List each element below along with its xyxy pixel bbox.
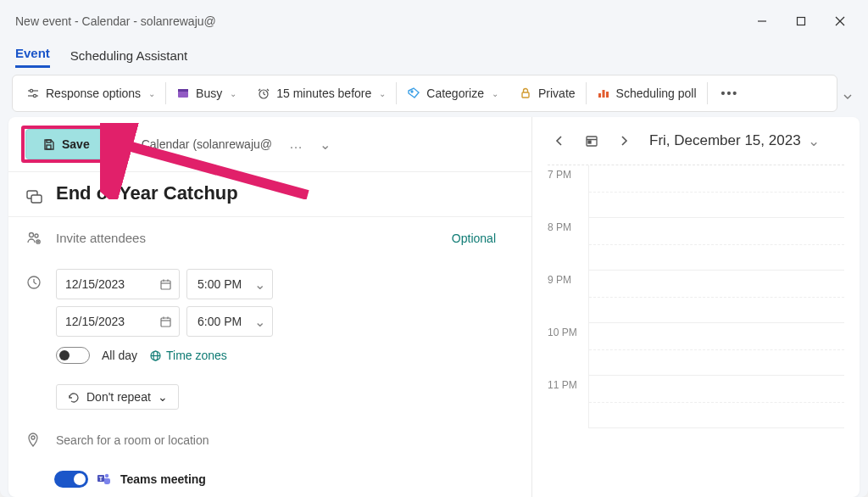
scheduling-poll-button[interactable]: Scheduling poll [587,75,707,111]
categorize-label: Categorize [426,87,484,100]
location-input[interactable] [56,430,515,450]
content: Save Calendar (solanrewaju@ … ⌄ Optional [8,117,860,497]
calendar-selector-chevron[interactable]: ⌄ [320,137,331,153]
categorize-button[interactable]: Categorize ⌄ [397,75,509,111]
next-day-button[interactable] [612,129,636,153]
tab-event[interactable]: Event [15,42,50,68]
end-date-input[interactable] [56,306,180,337]
chevron-down-icon: ⌄ [158,390,168,404]
save-icon [42,137,55,151]
title-icon [25,187,44,206]
svg-point-23 [35,234,38,237]
start-time-value[interactable] [198,277,254,291]
start-date-value[interactable] [65,277,159,291]
svg-rect-34 [161,318,170,327]
response-options-label: Response options [46,87,141,100]
datetime-row: ⌄ ⌄ All [8,259,531,374]
lock-icon [519,87,532,100]
maximize-button[interactable] [782,4,821,38]
chevron-down-icon[interactable]: ⌄ [254,314,265,330]
svg-rect-18 [47,140,51,142]
title-row [8,172,531,216]
today-button[interactable] [580,129,604,153]
response-options-button[interactable]: Response options ⌄ [16,75,165,111]
svg-line-29 [34,282,36,284]
tab-scheduling-assistant[interactable]: Scheduling Assistant [70,45,187,68]
svg-point-22 [30,232,34,237]
toolbar-expand-button[interactable] [837,83,856,103]
time-cell[interactable] [588,376,844,428]
chevron-down-icon: ⌄ [230,89,236,98]
end-time-input[interactable]: ⌄ [186,306,273,337]
save-button[interactable]: Save [25,129,106,159]
close-button[interactable] [821,4,860,38]
minimize-button[interactable] [743,4,782,38]
end-datetime: ⌄ [56,306,515,337]
svg-text:T: T [99,476,103,482]
start-datetime: ⌄ [56,269,515,299]
busy-icon [176,87,190,100]
datetime-fields: ⌄ ⌄ All [56,269,515,364]
time-row: 9 PM [548,271,844,323]
window: New event - Calendar - solanrewaju@ Even… [0,0,868,497]
repeat-selector[interactable]: Don't repeat ⌄ [56,384,179,410]
svg-rect-1 [798,18,805,25]
chevron-down-icon[interactable]: ⌄ [254,276,265,293]
day-preview-pane: Fri, December 15, 2023 ⌄ 7 PM 8 PM 9 PM … [532,117,860,497]
repeat-row: Don't repeat ⌄ [8,374,531,420]
hour-label: 11 PM [548,376,588,428]
svg-point-44 [105,474,108,477]
time-row: 8 PM [548,218,844,271]
prev-day-button[interactable] [548,129,571,153]
hour-label: 8 PM [548,218,588,271]
allday-label: All day [102,349,137,362]
show-as-button[interactable]: Busy ⌄ [166,75,247,111]
teams-icon: T [97,472,112,487]
sliders-icon [26,87,40,100]
allday-toggle[interactable] [56,347,90,364]
timezones-label: Time zones [166,349,227,362]
optional-attendees-link[interactable]: Optional [452,232,515,245]
svg-point-41 [31,436,35,439]
date-picker[interactable]: Fri, December 15, 2023 ⌄ [649,132,820,150]
calendar-icon[interactable] [159,278,172,291]
hour-label: 7 PM [548,165,588,218]
time-cell[interactable] [588,218,844,271]
more-button[interactable]: ••• [708,75,753,111]
clock-icon [257,87,270,100]
start-date-input[interactable] [56,269,180,299]
attendees-input[interactable] [56,227,440,248]
chevron-down-icon: ⌄ [492,89,498,98]
svg-rect-17 [606,92,609,98]
allday-row: All day Time zones [56,347,515,364]
time-cell[interactable] [588,271,844,323]
time-cell[interactable] [588,323,844,376]
end-date-value[interactable] [65,315,159,328]
save-row: Save Calendar (solanrewaju@ … ⌄ [8,117,531,172]
toolbar-container: Response options ⌄ Busy ⌄ 15 minutes bef… [0,68,868,117]
hour-label: 10 PM [548,323,588,376]
timezones-link[interactable]: Time zones [149,349,227,362]
svg-rect-21 [31,195,42,203]
time-cell[interactable] [588,165,844,218]
location-row [8,420,531,461]
calendar-icon[interactable] [159,316,172,328]
private-label: Private [538,87,576,100]
date-navigator: Fri, December 15, 2023 ⌄ [548,129,844,153]
event-title-input[interactable] [56,182,515,204]
teams-toggle[interactable] [54,471,88,488]
svg-rect-47 [588,141,591,143]
reminder-label: 15 minutes before [276,87,371,100]
teams-label: Teams meeting [120,472,206,486]
reminder-button[interactable]: 15 minutes before ⌄ [247,75,396,111]
end-time-value[interactable] [198,315,254,328]
start-time-input[interactable]: ⌄ [186,269,273,299]
svg-point-13 [411,91,413,92]
calendar-selector-label[interactable]: Calendar (solanrewaju@ [142,137,272,151]
private-button[interactable]: Private [509,75,586,111]
window-controls [743,4,860,38]
time-grid[interactable]: 7 PM 8 PM 9 PM 10 PM 11 PM [548,165,844,428]
time-row: 11 PM [548,376,844,428]
clock-icon [25,274,44,291]
scheduling-poll-label: Scheduling poll [616,87,697,100]
